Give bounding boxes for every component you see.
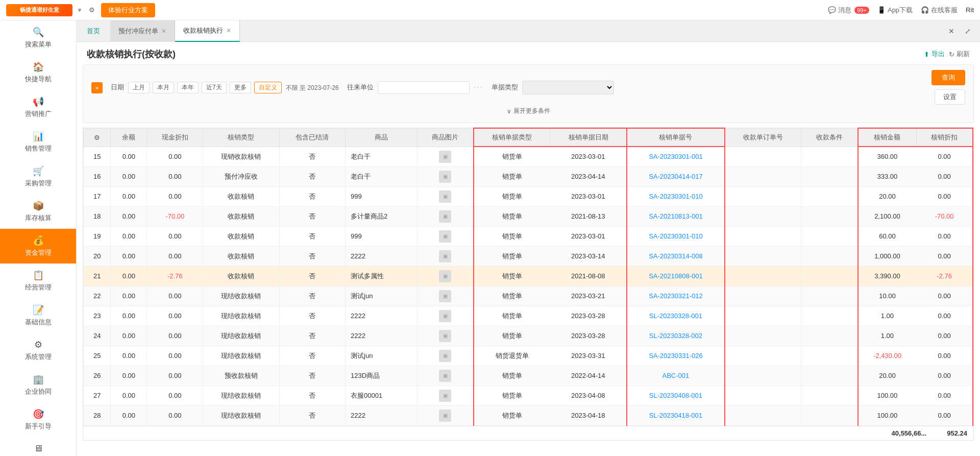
sidebar-item-marketing[interactable]: 📢 营销推广 [0,90,76,125]
cell-cash-discount: 0.00 [147,186,203,206]
cell-bill-no: SA-20230301-001 [627,147,725,166]
solution-button[interactable]: 体验行业方案 [101,3,155,17]
cell-balance: 0.00 [111,405,147,425]
cell-goods-image: ▣ [417,346,474,366]
tab-close-icon[interactable]: ✕ [945,25,958,37]
management-icon: 📋 [33,270,44,281]
query-button[interactable]: 查询 [932,70,965,85]
basic-info-icon: 📝 [33,304,44,316]
cell-verify-amount: 60.00 [858,226,916,246]
col-verify-type: 核销类型 [203,128,279,147]
inventory-icon: 📦 [33,200,44,211]
expand-toggle-btn[interactable]: » [91,82,103,93]
export-button[interactable]: ⬆ 导出 [924,50,945,59]
cell-verify-discount: 0.00 [916,166,973,186]
sidebar-item-purchase[interactable]: 🛒 采购管理 [0,159,76,194]
cell-bill-date: 2023-04-08 [550,386,627,405]
sidebar-item-basic-info[interactable]: 📝 基础信息 [0,298,76,333]
filter-row: » 日期 上月 本月 本年 近7天 更多 自定义 不限 至 [91,70,965,105]
sidebar-item-management[interactable]: 📋 经营管理 [0,263,76,298]
cell-bill-type: 销货退货单 [474,346,550,366]
cell-verify-amount: 100.00 [858,405,916,425]
counterpart-input[interactable] [378,81,470,94]
cell-receipt-order-no [725,286,801,306]
cell-bill-date: 2023-03-01 [550,226,627,246]
tab-bar: 首页 预付冲应付单 ✕ 收款核销执行 ✕ ✕ ⤢ [77,20,980,42]
sidebar-item-finance[interactable]: 💰 资金管理 [0,229,76,263]
expand-more-button[interactable]: ∨ 展开更多条件 [507,107,550,115]
tab-expand-icon[interactable]: ⤢ [962,25,974,37]
cell-cash-discount: 0.00 [147,246,203,266]
date-btn-last-month[interactable]: 上月 [128,82,150,93]
cell-receipt-order-no [725,226,801,246]
table-row: 22 0.00 0.00 现结收款核销 否 测试jun ▣ 销货单 2023-0… [84,286,973,306]
dropdown-toggle[interactable]: ▼ [77,7,83,14]
sidebar-item-search[interactable]: 🔍 搜索菜单 [0,20,76,55]
cell-cash-discount: -2.76 [147,266,203,286]
cell-verify-amount: 1.00 [858,326,916,346]
tab-close-prepay[interactable]: ✕ [161,28,166,35]
page-header: 收款核销执行(按收款) ⬆ 导出 ↻ 刷新 [77,42,980,64]
col-receipt-order-no: 收款单订单号 [725,128,801,147]
cell-receipt-condition [801,306,858,326]
top-bar: 畅捷通谱好生意 ▼ ⚙ 体验行业方案 💬 消息 99+ 📱 App下载 🎧 在线… [0,0,980,20]
cell-verify-discount: 0.00 [916,306,973,326]
cell-bill-no: SA-20230301-010 [627,226,725,246]
cell-verify-amount: 20.00 [858,366,916,386]
table-row: 26 0.00 0.00 预收款核销 否 123D商品 ▣ 销货单 2022-0… [84,366,973,386]
refresh-button[interactable]: ↻ 刷新 [949,50,970,59]
gear-icon[interactable]: ⚙ [87,5,97,15]
notifications-item[interactable]: 💬 消息 99+ [828,6,869,15]
col-settings[interactable]: ⚙ [84,128,111,147]
cell-goods-image: ▣ [417,147,474,166]
cell-bill-no: SA-20230314-008 [627,246,725,266]
cell-verify-type: 收款核销 [203,226,279,246]
sidebar-item-label: 新手引导 [25,422,52,431]
sidebar-item-guide[interactable]: 🎯 新手引导 [0,402,76,437]
cell-receipt-order-no [725,366,801,386]
sidebar-item-nav[interactable]: 🏠 快捷导航 [0,55,76,90]
date-btn-custom[interactable]: 自定义 [254,82,282,93]
cell-cash-discount: 0.00 [147,226,203,246]
hardware-icon: 🖥 [34,443,43,454]
table-row: 15 0.00 0.00 现销收款核销 否 老白干 ▣ 销货单 2023-03-… [84,147,973,166]
sidebar-item-system[interactable]: ⚙ 系统管理 [0,333,76,368]
cell-verify-discount: 0.00 [916,147,973,166]
online-service-item[interactable]: 🎧 在线客服 [921,6,958,15]
page-content: 收款核销执行(按收款) ⬆ 导出 ↻ 刷新 » [77,42,980,456]
cell-id: 15 [84,147,111,166]
tab-home[interactable]: 首页 [77,27,110,36]
cell-bill-no: SA-20230321-012 [627,286,725,306]
cell-included-settled: 否 [279,366,346,386]
cell-included-settled: 否 [279,286,346,306]
sidebar-item-hardware[interactable]: 🖥 智能硬件 [0,437,76,456]
cell-bill-type: 销货单 [474,405,550,425]
date-btn-this-month[interactable]: 本月 [153,82,174,93]
col-included-settled: 包含已结清 [279,128,346,147]
top-bar-right: 💬 消息 99+ 📱 App下载 🎧 在线客服 Rit [828,6,974,15]
tab-prepay[interactable]: 预付冲应付单 ✕ [110,20,175,42]
settings-button[interactable]: 设置 [935,89,965,105]
cell-bill-no: SA-20210813-001 [627,206,725,226]
date-btn-7days[interactable]: 近7天 [202,82,227,93]
table-row: 25 0.00 0.00 现结收款核销 否 测试jun ▣ 销货退货单 2023… [84,346,973,366]
cell-goods-image: ▣ [417,306,474,326]
app-download-item[interactable]: 📱 App下载 [877,6,913,15]
sidebar-item-enterprise[interactable]: 🏢 企业协同 [0,368,76,402]
table-row: 18 0.00 -70.00 收款核销 否 多计量商品2 ▣ 销货单 2021-… [84,206,973,226]
bill-type-select[interactable] [522,81,614,94]
cell-balance: 0.00 [111,186,147,206]
sidebar-item-sales[interactable]: 📊 销售管理 [0,125,76,159]
cell-verify-amount: 360.00 [858,147,916,166]
table-footer: 40,556,66... 952.24 [83,426,973,440]
tab-close-receipt[interactable]: ✕ [226,27,231,34]
table-body: 15 0.00 0.00 现销收款核销 否 老白干 ▣ 销货单 2023-03-… [84,147,973,425]
tab-receipt-verify[interactable]: 收款核销执行 ✕ [175,20,240,42]
cell-goods-image: ▣ [417,266,474,286]
cell-receipt-condition [801,366,858,386]
sidebar-item-inventory[interactable]: 📦 库存核算 [0,194,76,229]
date-btn-more[interactable]: 更多 [230,82,251,93]
cell-bill-date: 2021-08-13 [550,206,627,226]
cell-bill-type: 销货单 [474,246,550,266]
date-btn-this-year[interactable]: 本年 [177,82,199,93]
